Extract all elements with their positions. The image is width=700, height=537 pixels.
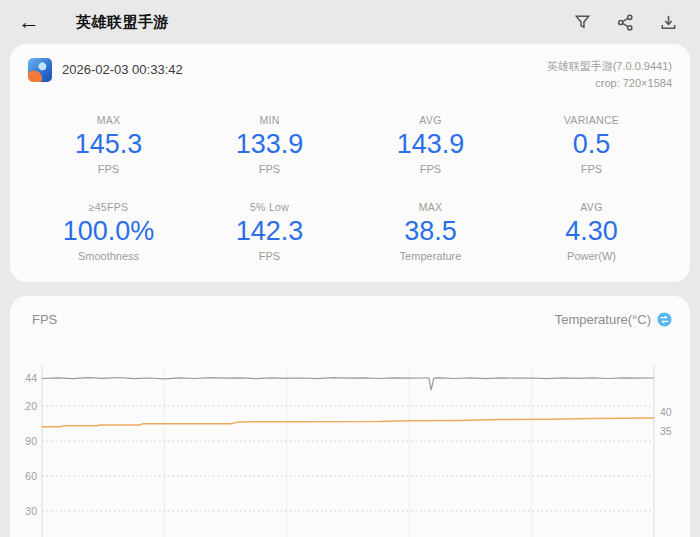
stat-avg-power: AVG 4.30 Power(W) [511,201,672,262]
svg-text:144: 144 [24,372,37,384]
filter-icon[interactable] [573,13,592,32]
svg-text:60: 60 [25,470,37,482]
download-icon[interactable] [659,13,678,32]
stat-min-fps: MIN 133.9 FPS [189,114,350,175]
temperature-axis-toggle-icon[interactable] [657,312,672,327]
svg-text:90: 90 [25,435,37,447]
page-title: 英雄联盟手游 [76,13,169,32]
svg-text:120: 120 [24,400,37,412]
chart-card: FPS Temperature(°C) 144120906030403501m5… [10,296,690,537]
stat-variance: VARIANCE 0.5 FPS [511,114,672,175]
svg-text:40: 40 [660,406,672,418]
stat-avg-fps: AVG 143.9 FPS [350,114,511,175]
record-timestamp: 2026-02-03 00:33:42 [62,62,183,77]
share-icon[interactable] [616,13,635,32]
stat-smoothness: ≥45FPS 100.0% Smoothness [28,201,189,262]
app-name-version: 英雄联盟手游(7.0.0.9441) [547,58,672,75]
game-avatar [28,58,52,82]
svg-text:35: 35 [660,425,672,437]
stat-5pct-low: 5% Low 142.3 FPS [189,201,350,262]
stat-max-temperature: MAX 38.5 Temperature [350,201,511,262]
top-bar: ← 英雄联盟手游 [0,0,700,44]
chart-right-axis-title: Temperature(°C) [555,312,651,327]
chart-left-axis-title: FPS [32,312,57,327]
stat-max-fps: MAX 145.3 FPS [28,114,189,175]
back-button[interactable]: ← [18,11,40,33]
stats-grid: MAX 145.3 FPS MIN 133.9 FPS AVG 143.9 FP… [28,114,672,262]
crop-resolution: crop: 720×1584 [547,75,672,92]
performance-chart[interactable]: 144120906030403501m59s3m59s5m59s7m59s9m5… [24,333,676,537]
summary-card: 2026-02-03 00:33:42 英雄联盟手游(7.0.0.9441) c… [10,44,690,282]
svg-text:30: 30 [25,505,37,517]
